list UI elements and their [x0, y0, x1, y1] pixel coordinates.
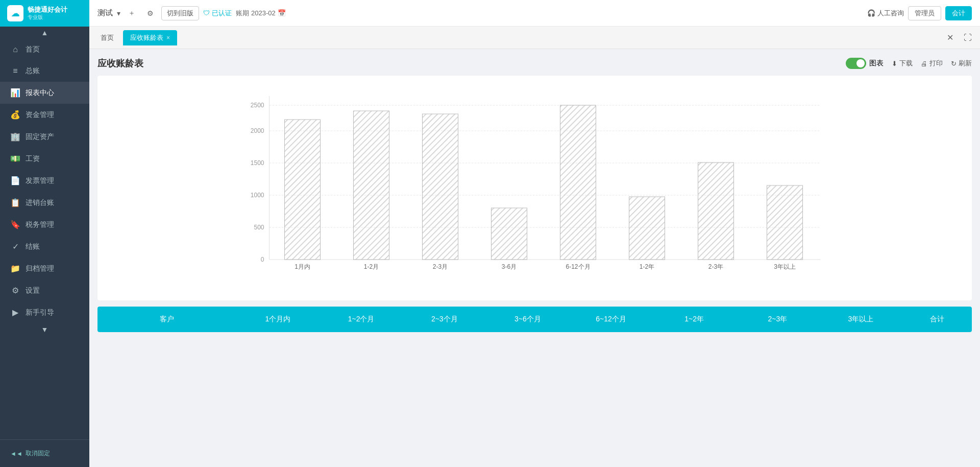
table-header: 客户 1个月内 1~2个月 2~3个月 3~6个月 6~12个月 1~2年 2~…: [97, 307, 972, 332]
svg-text:6-12个月: 6-12个月: [566, 263, 590, 270]
sidebar-item-label: 税务管理: [26, 220, 54, 229]
add-button[interactable]: ＋: [125, 6, 139, 20]
calendar-icon[interactable]: 📅: [278, 9, 286, 17]
sidebar: ☁ 畅捷通好会计 专业版 ▲ ⌂ 首页 ≡ 总账 📊 报表中心 💰 资金管理 🏢…: [0, 0, 89, 467]
salary-icon: 💵: [10, 154, 20, 164]
col-3-6m: 3~6个月: [486, 307, 569, 332]
sidebar-item-home[interactable]: ⌂ 首页: [0, 39, 89, 60]
bar-8: [767, 185, 803, 260]
period-text-label: 账期: [236, 9, 249, 18]
print-label: 打印: [929, 59, 943, 68]
expand-icon[interactable]: ⛶: [960, 31, 976, 44]
svg-text:2000: 2000: [251, 127, 264, 134]
consult-button[interactable]: 🎧 人工咨询: [867, 9, 904, 18]
accountant-button[interactable]: 会计: [945, 6, 972, 20]
sidebar-item-trade[interactable]: 📋 进销台账: [0, 192, 89, 214]
sidebar-item-salary[interactable]: 💵 工资: [0, 148, 89, 170]
sidebar-item-label: 工资: [26, 154, 40, 164]
bar-chart: 0 500 1000 1500 2000 2500: [108, 86, 962, 290]
close-period-icon: ✓: [10, 242, 20, 251]
sidebar-nav: ▲ ⌂ 首页 ≡ 总账 📊 报表中心 💰 资金管理 🏢 固定资产 💵 工资 📄: [0, 27, 89, 439]
svg-text:2-3年: 2-3年: [708, 263, 723, 270]
project-dropdown-icon[interactable]: ▾: [117, 9, 120, 17]
sidebar-item-settings[interactable]: ⚙ 设置: [0, 279, 89, 301]
sidebar-item-label: 总账: [26, 66, 40, 76]
download-button[interactable]: ⬇ 下载: [892, 59, 913, 68]
page-actions: 图表 ⬇ 下载 🖨 打印 ↻ 刷新: [846, 58, 972, 69]
svg-text:1-2月: 1-2月: [364, 263, 379, 270]
scroll-up-arrow[interactable]: ▲: [0, 27, 89, 39]
sidebar-item-label: 固定资产: [26, 132, 54, 142]
sidebar-item-label: 首页: [26, 45, 40, 54]
topbar: 测试 ▾ ＋ ⚙ 切到旧版 🛡 已认证 账期 2023-02 📅 🎧 人工咨询 …: [89, 0, 980, 27]
switch-old-version-button[interactable]: 切到旧版: [161, 6, 199, 20]
sidebar-item-archive[interactable]: 📁 归档管理: [0, 258, 89, 279]
guide-icon: ▶: [10, 308, 20, 317]
refresh-label: 刷新: [959, 59, 972, 68]
col-1-2m: 1~2个月: [320, 307, 403, 332]
cancel-fixed-button[interactable]: ◄◄ 取消固定: [5, 445, 84, 462]
app-logo-icon: ☁: [7, 5, 23, 21]
print-button[interactable]: 🖨 打印: [921, 59, 943, 68]
chart-toggle-label: 图表: [869, 59, 884, 68]
app-edition: 专业版: [28, 14, 67, 21]
sidebar-item-assets[interactable]: 🏢 固定资产: [0, 126, 89, 148]
svg-text:2-3月: 2-3月: [433, 263, 448, 270]
home-icon: ⌂: [10, 45, 20, 54]
close-all-tabs-button[interactable]: ✕: [943, 31, 958, 44]
sidebar-item-ledger[interactable]: ≡ 总账: [0, 60, 89, 82]
funds-icon: 💰: [10, 110, 20, 120]
col-customer: 客户: [97, 307, 236, 332]
ledger-icon: ≡: [10, 66, 20, 76]
download-label: 下载: [899, 59, 913, 68]
sidebar-item-close[interactable]: ✓ 结账: [0, 236, 89, 258]
page-title: 应收账龄表: [97, 57, 143, 69]
tab-home-label: 首页: [101, 33, 114, 42]
tab-home[interactable]: 首页: [93, 30, 121, 45]
bar-3: [423, 114, 458, 260]
bar-5: [560, 105, 596, 260]
sidebar-item-reports[interactable]: 📊 报表中心: [0, 82, 89, 104]
consult-label: 人工咨询: [877, 9, 904, 18]
sidebar-item-tax[interactable]: 🔖 税务管理: [0, 214, 89, 236]
tab-aging[interactable]: 应收账龄表 ×: [123, 30, 177, 45]
certified-badge: 🛡 已认证: [203, 9, 232, 18]
svg-text:0: 0: [261, 256, 264, 263]
scroll-down-arrow[interactable]: ▼: [0, 323, 89, 336]
settings-icon: ⚙: [10, 286, 20, 295]
sidebar-item-invoice[interactable]: 📄 发票管理: [0, 170, 89, 192]
shield-icon: 🛡: [203, 9, 210, 17]
sidebar-item-guide[interactable]: ▶ 新手引导: [0, 301, 89, 323]
settings-gear-button[interactable]: ⚙: [143, 6, 157, 20]
chart-toggle: 图表: [846, 58, 884, 69]
bar-1: [285, 120, 321, 260]
col-2-3m: 2~3个月: [403, 307, 486, 332]
bar-7: [698, 162, 734, 260]
toggle-switch[interactable]: [846, 58, 866, 69]
sidebar-item-label: 发票管理: [26, 176, 54, 185]
sidebar-item-funds[interactable]: 💰 资金管理: [0, 104, 89, 126]
col-6-12m: 6~12个月: [569, 307, 652, 332]
reports-icon: 📊: [10, 88, 20, 98]
svg-text:1-2年: 1-2年: [640, 263, 654, 270]
main-area: 测试 ▾ ＋ ⚙ 切到旧版 🛡 已认证 账期 2023-02 📅 🎧 人工咨询 …: [89, 0, 980, 467]
chart-container: 0 500 1000 1500 2000 2500: [97, 76, 972, 300]
sidebar-item-label: 进销台账: [26, 198, 54, 207]
refresh-button[interactable]: ↻ 刷新: [951, 59, 972, 68]
sidebar-item-label: 设置: [26, 286, 40, 295]
bar-2: [354, 111, 389, 260]
svg-text:1000: 1000: [251, 192, 264, 199]
download-icon: ⬇: [892, 60, 897, 67]
app-name: 畅捷通好会计: [28, 6, 67, 14]
sidebar-item-label: 新手引导: [26, 308, 54, 317]
sidebar-logo: ☁ 畅捷通好会计 专业版: [0, 0, 89, 27]
tab-close-icon[interactable]: ×: [166, 35, 170, 41]
certified-label: 已认证: [212, 9, 232, 18]
archive-icon: 📁: [10, 264, 20, 273]
svg-text:1500: 1500: [251, 159, 264, 167]
bar-4: [492, 208, 527, 260]
page-header: 应收账龄表 图表 ⬇ 下载 🖨 打印 ↻ 刷新: [97, 57, 972, 69]
bar-6: [629, 197, 665, 260]
sidebar-item-label: 归档管理: [26, 264, 54, 273]
manager-button[interactable]: 管理员: [908, 6, 941, 20]
